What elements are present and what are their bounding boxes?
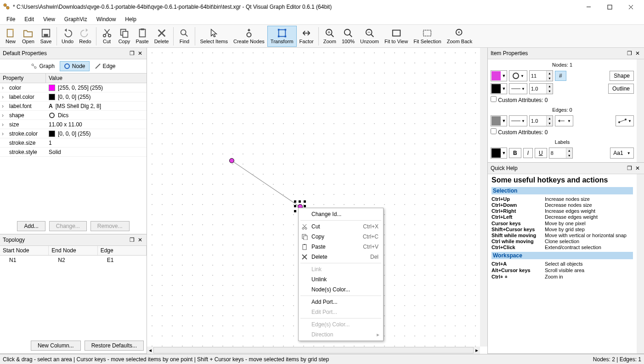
tab-graph[interactable]: Graph bbox=[27, 61, 58, 71]
toolbar-zoom[interactable]: Zoom bbox=[321, 26, 339, 47]
toolbar-save[interactable]: Save bbox=[37, 26, 55, 47]
ctx-delete[interactable]: DeleteDel bbox=[299, 252, 383, 262]
svg-point-11 bbox=[108, 34, 111, 37]
close-icon[interactable]: ✕ bbox=[634, 50, 641, 57]
svg-line-47 bbox=[96, 64, 100, 68]
undock-icon[interactable]: ❐ bbox=[128, 236, 136, 244]
toolbar-paste[interactable]: Paste bbox=[133, 26, 152, 47]
toolbar-factor[interactable]: Factor bbox=[297, 26, 316, 47]
maximize-button[interactable] bbox=[599, 0, 620, 14]
edge-type[interactable]: ▼ bbox=[616, 115, 634, 126]
change-button[interactable]: Change... bbox=[49, 221, 87, 231]
svg-rect-56 bbox=[304, 244, 305, 245]
outline-color-picker[interactable]: ▼ bbox=[491, 83, 507, 94]
item-props-scrollbar[interactable] bbox=[637, 59, 644, 162]
toolbar-fit-to-view[interactable]: Fit to View bbox=[382, 26, 411, 47]
node-color-picker[interactable]: ▼ bbox=[491, 70, 507, 81]
toolbar-zoom-back[interactable]: Zoom Back bbox=[444, 26, 475, 47]
edge-color-picker[interactable]: ▼ bbox=[491, 115, 507, 126]
toolbar-undo[interactable]: Undo bbox=[59, 26, 76, 47]
minimize-button[interactable] bbox=[578, 0, 599, 14]
edge-width-spinner[interactable]: ▲▼ bbox=[529, 115, 553, 126]
menu-help[interactable]: Help bbox=[120, 15, 141, 23]
edge-direction[interactable]: ▼ bbox=[555, 115, 573, 126]
property-row[interactable]: stroke.size1 bbox=[0, 138, 147, 148]
edge-style[interactable]: ▼ bbox=[509, 115, 527, 126]
close-button[interactable] bbox=[620, 0, 641, 14]
restore-defaults-button[interactable]: Restore Defaults... bbox=[85, 341, 144, 351]
ctx-cut[interactable]: CutCtrl+X bbox=[299, 222, 383, 232]
undock-icon[interactable]: ❐ bbox=[128, 50, 136, 57]
hash-button[interactable]: # bbox=[555, 71, 566, 81]
svg-rect-27 bbox=[284, 29, 286, 31]
undock-icon[interactable]: ❐ bbox=[626, 50, 633, 57]
add-button[interactable]: Add... bbox=[17, 221, 45, 231]
toolbar-copy[interactable]: Copy bbox=[116, 26, 133, 47]
outline-style[interactable]: ▼ bbox=[509, 83, 527, 94]
node-size-spinner[interactable]: ▲▼ bbox=[529, 70, 553, 81]
property-row[interactable]: ›label.color[0, 0, 0] (255) bbox=[0, 92, 147, 102]
custom-attrs-checkbox[interactable]: Custom Attributes: 0 bbox=[491, 97, 548, 103]
toolbar-cut[interactable]: Cut bbox=[98, 26, 116, 47]
menu-view[interactable]: View bbox=[39, 15, 60, 23]
toolbar-100%[interactable]: 100% bbox=[339, 26, 357, 47]
tab-edge[interactable]: Edge bbox=[90, 61, 120, 71]
svg-rect-28 bbox=[278, 36, 280, 38]
toolbar-unzoom[interactable]: Unzoom bbox=[357, 26, 382, 47]
undock-icon[interactable]: ❐ bbox=[626, 165, 633, 172]
ctx-add-port-[interactable]: Add Port... bbox=[299, 297, 383, 307]
close-icon[interactable]: ✕ bbox=[634, 165, 641, 172]
ctx-link: Link bbox=[299, 264, 383, 274]
toolbar-fit-selection[interactable]: Fit Selection bbox=[411, 26, 444, 47]
quick-help-scrollbar[interactable] bbox=[637, 174, 644, 353]
canvas[interactable]: Change Id...CutCtrl+XCopyCtrl+CPasteCtrl… bbox=[147, 48, 488, 354]
menu-window[interactable]: Window bbox=[92, 15, 121, 23]
shape-button[interactable]: Shape bbox=[610, 71, 634, 81]
toolbar-new[interactable]: New bbox=[2, 26, 19, 47]
close-icon[interactable]: ✕ bbox=[136, 50, 144, 57]
menu-graphviz[interactable]: GraphViz bbox=[60, 15, 92, 23]
ctx-copy[interactable]: CopyCtrl+C bbox=[299, 232, 383, 242]
svg-rect-54 bbox=[304, 236, 307, 240]
menu-file[interactable]: File bbox=[2, 15, 20, 23]
toolbar-delete[interactable]: Delete bbox=[152, 26, 172, 47]
custom-attrs-edges-checkbox[interactable]: Custom Attributes: 0 bbox=[491, 129, 548, 136]
tab-node[interactable]: Node bbox=[60, 61, 90, 71]
graph-node-n1[interactable] bbox=[229, 158, 234, 163]
outline-button[interactable]: Outline bbox=[608, 84, 634, 94]
italic-button[interactable]: I bbox=[523, 148, 533, 158]
property-row[interactable]: ›color[255, 0, 255] (255) bbox=[0, 83, 147, 92]
toolbar-find[interactable]: Find bbox=[175, 26, 193, 47]
underline-button[interactable]: U bbox=[535, 148, 547, 158]
toolbar-redo[interactable]: Redo bbox=[76, 26, 94, 47]
outline-width-spinner[interactable]: ▲▼ bbox=[529, 83, 553, 94]
menu-edit[interactable]: Edit bbox=[20, 15, 39, 23]
bold-button[interactable]: B bbox=[509, 148, 521, 158]
default-properties-title: Default Properties ❐ ✕ bbox=[0, 48, 147, 59]
new-column-button[interactable]: New Column... bbox=[31, 341, 81, 351]
horizontal-scrollbar[interactable]: ◂▸ bbox=[147, 347, 480, 354]
label-font-dropdown[interactable]: Aa1▼ bbox=[610, 148, 634, 159]
toolbar-open[interactable]: Open bbox=[19, 26, 37, 47]
ctx-unlink[interactable]: Unlink bbox=[299, 274, 383, 284]
ctx-node-s-color-[interactable]: Node(s) Color... bbox=[299, 284, 383, 295]
topology-row[interactable]: N1N2E1 bbox=[0, 256, 147, 265]
right-panel: Item Properties❐✕ Nodes: 1 ▼ ▼ ▲▼ # Shap… bbox=[488, 48, 644, 354]
property-row[interactable]: ›shapeDics bbox=[0, 111, 147, 120]
ctx-paste[interactable]: PasteCtrl+V bbox=[299, 242, 383, 252]
property-row[interactable]: ›stroke.color[0, 0, 0] (255) bbox=[0, 129, 147, 138]
property-row[interactable]: ›label.fontA[MS Shell Dlg 2, 8] bbox=[0, 102, 147, 111]
node-shape-style[interactable]: ▼ bbox=[509, 70, 527, 81]
remove-button[interactable]: Remove... bbox=[90, 221, 130, 231]
property-row[interactable]: stroke.styleSolid bbox=[0, 148, 147, 157]
ctx-change-id-[interactable]: Change Id... bbox=[299, 209, 383, 219]
toolbar-select-items[interactable]: Select Items bbox=[197, 26, 231, 47]
label-size-spinner[interactable]: ▲▼ bbox=[549, 148, 573, 159]
ctx-edit-port-: Edit Port... bbox=[299, 307, 383, 317]
property-row[interactable]: ›size11.00 x 11.00 bbox=[0, 120, 147, 129]
label-color-picker[interactable]: ▼ bbox=[491, 148, 507, 159]
toolbar-create-nodes[interactable]: Create Nodes bbox=[231, 26, 267, 47]
toolbar-transform[interactable]: Transform bbox=[267, 26, 297, 47]
vertical-scrollbar[interactable] bbox=[480, 48, 487, 347]
close-icon[interactable]: ✕ bbox=[136, 236, 144, 244]
